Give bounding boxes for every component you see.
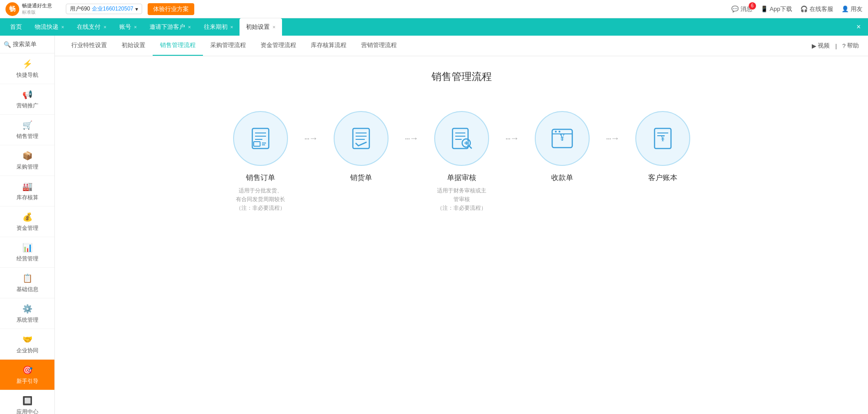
tab-init-close[interactable]: × [272, 24, 275, 30]
step-circle-review [434, 111, 489, 166]
svg-line-16 [469, 146, 472, 149]
process-step-account[interactable]: ¥ 客户账本 [626, 111, 699, 186]
sub-tab-inventory-flow[interactable]: 库存核算流程 [304, 36, 354, 56]
arrow-3: ···→ [498, 111, 526, 143]
sub-tab-purchase-flow[interactable]: 采购管理流程 [203, 36, 253, 56]
video-link[interactable]: ▶ 视频 [812, 42, 830, 50]
sidebar-search[interactable]: 🔍 搜索菜单 [0, 36, 54, 53]
step-circle-receipt: ¥ [535, 111, 590, 166]
online-service-button[interactable]: 🎧 在线客服 [800, 5, 833, 13]
main-layout: 🔍 搜索菜单 ⚡ 快捷导航 📢 营销推广 🛒 销售管理 📦 采购管理 🏭 库存核… [0, 36, 868, 414]
tab-invite-close[interactable]: × [188, 24, 191, 30]
step-circle-delivery [334, 111, 389, 166]
svg-rect-4 [254, 142, 260, 146]
sidebar-label: 系统管理 [16, 316, 38, 324]
logo-icon: 畅 [5, 2, 19, 16]
svg-rect-7 [353, 128, 369, 149]
tab-account[interactable]: 账号 × [113, 18, 143, 36]
sidebar-item-quick-nav[interactable]: ⚡ 快捷导航 [0, 53, 54, 84]
tab-account-close[interactable]: × [134, 24, 137, 30]
lightning-icon: ⚡ [22, 59, 32, 69]
sidebar-item-guide[interactable]: 🎯 新手引导 [0, 360, 54, 390]
step-circle-account: ¥ [635, 111, 690, 166]
process-step-delivery[interactable]: 销货单 [325, 111, 398, 186]
user-selector[interactable]: 用户690企业1660120507 ▾ [66, 4, 142, 14]
divider: | [835, 42, 836, 49]
finance-icon: 💰 [22, 212, 32, 222]
sidebar-item-system[interactable]: ⚙️ 系统管理 [0, 298, 54, 329]
base-icon: 📋 [22, 273, 32, 283]
guide-icon: 🎯 [22, 365, 32, 375]
step-name-account: 客户账本 [648, 173, 677, 183]
user-label-suffix: 企业1660120507 [92, 5, 133, 13]
tab-logistics-close[interactable]: × [61, 24, 64, 30]
step-name-review: 单据审核 [447, 173, 476, 183]
sales-icon: 🛒 [22, 120, 32, 130]
sub-tab-init[interactable]: 初始设置 [114, 36, 153, 56]
sidebar-label: 营销推广 [16, 102, 38, 110]
app-download-icon: 📱 [761, 5, 768, 12]
sidebar: 🔍 搜索菜单 ⚡ 快捷导航 📢 营销推广 🛒 销售管理 📦 采购管理 🏭 库存核… [0, 36, 55, 414]
svg-point-22 [555, 131, 557, 133]
tab-invite[interactable]: 邀请下游客户 × [143, 18, 197, 36]
sidebar-item-purchase[interactable]: 📦 采购管理 [0, 145, 54, 176]
apps-icon: 🔲 [22, 396, 32, 406]
tab-logistics[interactable]: 物流快递 × [28, 18, 70, 36]
invoice-icon [348, 126, 374, 151]
process-step-sales-order[interactable]: 销售订单 适用于分批发货、有合同发货周期较长（注：非必要流程） [224, 111, 297, 213]
sidebar-item-coop[interactable]: 🤝 企业协同 [0, 329, 54, 360]
sub-tab-marketing-flow[interactable]: 营销管理流程 [354, 36, 404, 56]
step-name-delivery: 销货单 [350, 173, 372, 183]
payment-icon: ¥ [549, 126, 575, 151]
step-name-receipt: 收款单 [551, 173, 573, 183]
close-all-tabs[interactable]: × [853, 23, 864, 31]
sidebar-label: 新手引导 [16, 377, 38, 385]
trial-button[interactable]: 体验行业方案 [148, 3, 194, 15]
sub-tab-finance-flow[interactable]: 资金管理流程 [253, 36, 304, 56]
app-download-button[interactable]: 📱 App下载 [761, 5, 792, 13]
dropdown-icon: ▾ [135, 6, 138, 12]
sub-tab-industry[interactable]: 行业特性设置 [64, 36, 114, 56]
sidebar-item-operation[interactable]: 📊 经营管理 [0, 237, 54, 268]
sub-tab-sales-flow[interactable]: 销售管理流程 [153, 36, 203, 56]
content-area: 行业特性设置 初始设置 销售管理流程 采购管理流程 资金管理流程 库存核算流程 … [55, 36, 868, 414]
inventory-icon: 🏭 [22, 181, 32, 191]
tab-payment-close[interactable]: × [103, 24, 106, 30]
sidebar-item-sales[interactable]: 🛒 销售管理 [0, 115, 54, 145]
sidebar-item-inventory[interactable]: 🏭 库存核算 [0, 176, 54, 207]
coop-icon: 🤝 [22, 334, 32, 345]
message-icon: 💬 [731, 5, 739, 12]
message-badge: 6 [749, 2, 756, 10]
user-menu-button[interactable]: 👤 用友 [841, 5, 863, 13]
sidebar-item-marketing[interactable]: 📢 营销推广 [0, 84, 54, 115]
sub-tab-actions: ▶ 视频 | ? 帮助 [812, 42, 859, 50]
sidebar-item-base[interactable]: 📋 基础信息 [0, 268, 54, 298]
step-name-sales-order: 销售订单 [246, 173, 275, 183]
sidebar-label: 基础信息 [16, 286, 38, 293]
tab-period[interactable]: 往来期初 × [197, 18, 240, 36]
logo-text: 畅捷通好生意 [22, 2, 52, 9]
sidebar-label: 企业协同 [16, 347, 38, 355]
sidebar-item-apps[interactable]: 🔲 应用中心 [0, 390, 54, 414]
purchase-icon: 📦 [22, 151, 32, 161]
help-link[interactable]: ? 帮助 [842, 42, 859, 50]
account-icon: ¥ [650, 126, 676, 151]
sidebar-item-finance[interactable]: 💰 资金管理 [0, 207, 54, 237]
tab-home[interactable]: 首页 [4, 18, 28, 36]
tab-payment[interactable]: 在线支付 × [70, 18, 112, 36]
svg-point-23 [559, 131, 560, 133]
logo: 畅 畅捷通好生意 标准版 [5, 2, 60, 16]
system-icon: ⚙️ [22, 304, 32, 314]
top-bar: 畅 畅捷通好生意 标准版 用户690企业1660120507 ▾ 体验行业方案 … [0, 0, 868, 18]
tab-init[interactable]: 初始设置 × [240, 18, 282, 36]
video-icon: ▶ [812, 42, 816, 49]
process-step-review[interactable]: 单据审核 适用于财务审核或主管审核（注：非必要流程） [425, 111, 498, 213]
process-step-receipt[interactable]: ¥ 收款单 [526, 111, 599, 186]
search-label: 搜索菜单 [13, 40, 37, 48]
step-desc-sales-order: 适用于分批发货、有合同发货周期较长（注：非必要流程） [236, 186, 285, 213]
message-button[interactable]: 💬 消息 6 [731, 5, 752, 13]
sidebar-label: 销售管理 [16, 133, 38, 140]
user-avatar: 👤 [841, 5, 849, 12]
sidebar-label: 资金管理 [16, 224, 38, 232]
tab-period-close[interactable]: × [230, 24, 233, 30]
